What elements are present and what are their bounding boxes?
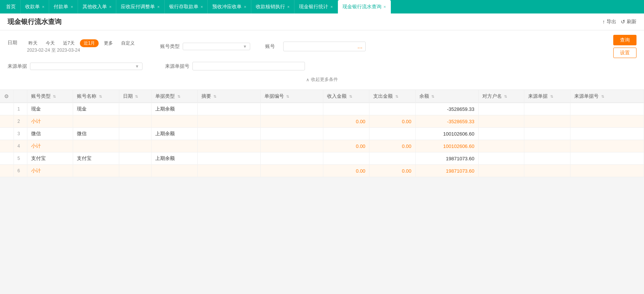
cell-account-name xyxy=(73,140,119,152)
query-button[interactable]: 查询 xyxy=(613,35,636,45)
sort-source-doc-icon: ⇅ xyxy=(550,94,553,98)
filter-row-2: 来源单据 ▼ 来源单据号 xyxy=(8,62,636,70)
col-summary[interactable]: 摘要 ⇅ xyxy=(197,90,260,103)
col-balance[interactable]: 余额 ⇅ xyxy=(415,90,478,103)
nav-prepayment-close[interactable]: × xyxy=(244,4,246,9)
table-row: 6小计0.000.0019871073.60 xyxy=(0,165,644,177)
col-source-doc-num[interactable]: 来源单据号 ⇅ xyxy=(570,90,644,103)
nav-prepayment[interactable]: 预收冲应收单 × xyxy=(208,0,251,13)
col-account-name[interactable]: 账号名称 ⇅ xyxy=(73,90,119,103)
cell-source-doc-num xyxy=(570,152,644,165)
cell-date xyxy=(119,115,151,128)
source-doc-num-label: 来源单据号 xyxy=(165,63,189,70)
sort-balance-icon: ⇅ xyxy=(431,94,434,98)
nav-bank-deposit[interactable]: 银行存取款单 × xyxy=(165,0,208,13)
export-icon: ↑ xyxy=(602,19,605,25)
date-today[interactable]: 今天 xyxy=(43,39,58,47)
cell-settings xyxy=(0,152,14,165)
cell-date xyxy=(119,152,151,165)
table-row: 2小计0.000.00-3528659.33 xyxy=(0,115,644,128)
cell-settings xyxy=(0,103,14,115)
sort-account-type-icon: ⇅ xyxy=(53,94,56,98)
cell-doc-num xyxy=(260,140,323,152)
nav-cash-bank-flow-close[interactable]: × xyxy=(384,4,386,9)
date-custom[interactable]: 自定义 xyxy=(118,39,138,47)
cell-num: 1 xyxy=(14,103,27,115)
col-counterparty[interactable]: 对方户名 ⇅ xyxy=(478,90,524,103)
cell-account-type: 小计 xyxy=(27,165,73,177)
account-dots-button[interactable]: ... xyxy=(357,43,362,50)
cell-doc-num xyxy=(260,103,323,115)
cell-account-type: 小计 xyxy=(27,115,73,128)
nav-collection-exec[interactable]: 收款核销执行 × xyxy=(251,0,294,13)
page-header: 现金银行流水查询 ↑ 导出 ↺ 刷新 xyxy=(0,13,644,30)
col-account-type[interactable]: 账号类型 ⇅ xyxy=(27,90,73,103)
cell-counterparty xyxy=(478,115,524,128)
col-date[interactable]: 日期 ⇅ xyxy=(119,90,151,103)
nav-cash-bank-flow[interactable]: 现金银行流水查询 × xyxy=(338,0,391,13)
cell-income: 0.00 xyxy=(323,115,369,128)
date-yesterday[interactable]: 昨天 xyxy=(26,39,41,47)
nav-other-income[interactable]: 其他收入单 × xyxy=(78,0,116,13)
nav-ar-ap-adjust[interactable]: 应收应付调整单 × xyxy=(116,0,164,13)
cell-date xyxy=(119,103,151,115)
cell-source-doc-num xyxy=(570,128,644,140)
sort-doc-num-icon: ⇅ xyxy=(286,94,289,98)
nav-receipt-close[interactable]: × xyxy=(42,4,44,9)
collapse-bar[interactable]: ∧ 收起更多条件 xyxy=(8,74,636,85)
table-row: 1现金现金上期余额-3528659.33 xyxy=(0,103,644,115)
col-expense[interactable]: 支出金额 ⇅ xyxy=(369,90,416,103)
cell-account-name: 微信 xyxy=(73,128,119,140)
cell-doc-type: 上期余额 xyxy=(151,152,197,165)
source-doc-num-input[interactable] xyxy=(192,62,305,70)
cell-expense xyxy=(369,152,416,165)
nav-collection-exec-close[interactable]: × xyxy=(287,4,290,9)
settings-button[interactable]: 设置 xyxy=(613,48,636,58)
header-actions: ↑ 导出 ↺ 刷新 xyxy=(602,18,636,25)
col-source-doc[interactable]: 来源单据 ⇅ xyxy=(524,90,570,103)
account-input-field[interactable]: ... xyxy=(283,42,366,51)
nav-cash-bank-stats-close[interactable]: × xyxy=(330,4,333,9)
nav-cash-bank-stats[interactable]: 现金银行统计 × xyxy=(294,0,338,13)
cell-counterparty xyxy=(478,140,524,152)
date-label: 日期 xyxy=(8,39,23,46)
nav-home[interactable]: 首页 xyxy=(2,0,21,13)
cell-doc-type: 上期余额 xyxy=(151,128,197,140)
cell-settings xyxy=(0,128,14,140)
refresh-button[interactable]: ↺ 刷新 xyxy=(621,18,636,25)
cell-doc-num xyxy=(260,115,323,128)
page-title: 现金银行流水查询 xyxy=(8,17,62,26)
cell-source-doc xyxy=(524,165,570,177)
table-body: 1现金现金上期余额-3528659.332小计0.000.00-3528659.… xyxy=(0,103,644,177)
col-doc-type[interactable]: 单据类型 ⇅ xyxy=(151,90,197,103)
nav-other-income-close[interactable]: × xyxy=(109,4,111,9)
cell-account-name: 现金 xyxy=(73,103,119,115)
table-gear-icon[interactable]: ⚙ xyxy=(4,93,9,99)
nav-receipt[interactable]: 收款单 × xyxy=(21,0,49,13)
cell-account-type: 小计 xyxy=(27,140,73,152)
cell-num: 3 xyxy=(14,128,27,140)
nav-ar-ap-close[interactable]: × xyxy=(157,4,159,9)
col-doc-num[interactable]: 单据编号 ⇅ xyxy=(260,90,323,103)
cell-source-doc-num xyxy=(570,103,644,115)
source-doc-select[interactable]: ▼ xyxy=(30,63,143,70)
date-7days[interactable]: 近7天 xyxy=(60,39,78,47)
cell-doc-num xyxy=(260,128,323,140)
cell-account-name xyxy=(73,165,119,177)
cell-source-doc xyxy=(524,115,570,128)
account-type-select[interactable]: ▼ xyxy=(183,43,250,50)
cell-expense: 0.00 xyxy=(369,140,416,152)
nav-bank-deposit-close[interactable]: × xyxy=(201,4,203,9)
date-1month[interactable]: 近1月 xyxy=(80,39,99,47)
col-income[interactable]: 收入金额 ⇅ xyxy=(323,90,369,103)
cell-counterparty xyxy=(478,128,524,140)
table-row: 5支付宝支付宝上期余额19871073.60 xyxy=(0,152,644,165)
cell-account-name xyxy=(73,115,119,128)
nav-payment-close[interactable]: × xyxy=(71,4,73,9)
export-button[interactable]: ↑ 导出 xyxy=(602,18,616,25)
cell-source-doc-num xyxy=(570,165,644,177)
date-more[interactable]: 更多 xyxy=(101,39,116,47)
account-label: 账号 xyxy=(265,43,280,50)
filter-row-1: 日期 昨天 今天 近7天 近1月 更多 自定义 2023-02-24 至 202… xyxy=(8,35,636,58)
nav-payment[interactable]: 付款单 × xyxy=(49,0,78,13)
